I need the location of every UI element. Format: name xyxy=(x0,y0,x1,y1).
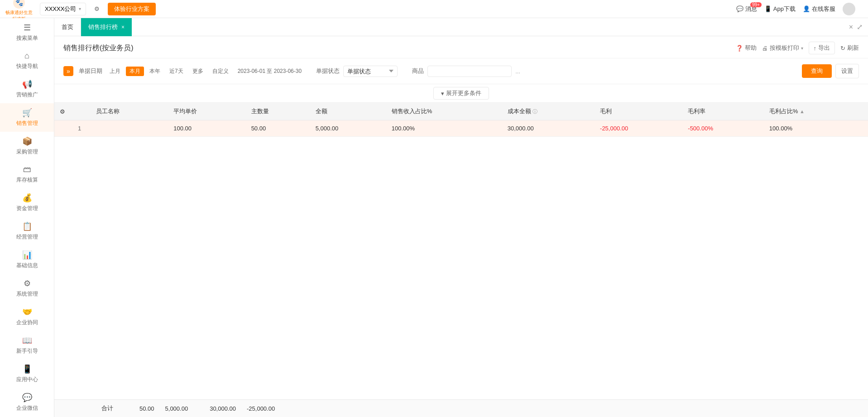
topbar-settings-icon[interactable]: ⚙ xyxy=(91,3,103,15)
home-icon: ⌂ xyxy=(24,51,29,61)
user-avatar[interactable] xyxy=(843,3,855,15)
date-option-custom[interactable]: 自定义 xyxy=(209,67,232,76)
col-quantity: 主数量 xyxy=(246,103,310,120)
table-wrapper[interactable]: ⚙ 员工名称 平均单价 主数量 全额 销售收入占比% 成本全额 ⓘ 毛利 xyxy=(54,103,868,399)
row-employee xyxy=(91,120,168,137)
sidebar-item-app-center[interactable]: 📱 应用中心 xyxy=(0,359,54,388)
main-area: ☰ 搜索菜单 ⌂ 快捷导航 📢 营销推广 🛒 销售管理 📦 采购管理 xyxy=(0,18,868,417)
query-button[interactable]: 查询 xyxy=(802,64,832,78)
sidebar-item-finance[interactable]: 💰 资金管理 xyxy=(0,188,54,217)
help-label: 帮助 xyxy=(745,44,757,52)
print-button[interactable]: 🖨 按模板打印 xyxy=(762,44,803,52)
refresh-label: 刷新 xyxy=(847,44,859,52)
date-option-this-year[interactable]: 本年 xyxy=(146,67,164,76)
sidebar-item-purchase[interactable]: 📦 采购管理 xyxy=(0,132,54,160)
search-menu-icon: ☰ xyxy=(24,23,31,33)
sidebar-item-operations[interactable]: 📋 经营管理 xyxy=(0,217,54,245)
date-label: 单据日期 xyxy=(79,67,102,75)
status-filter-group: 单据状态 单据状态 xyxy=(316,66,398,77)
sidebar-item-inventory-label: 库存核算 xyxy=(16,176,38,184)
main-content: 销售排行榜(按业务员) ❓ 帮助 🖨 按模板打印 xyxy=(54,36,868,417)
date-option-last-month[interactable]: 上月 xyxy=(106,67,124,76)
date-option-7days[interactable]: 近7天 xyxy=(166,67,187,76)
col-avg-price: 平均单价 xyxy=(168,103,245,120)
sidebar-item-system[interactable]: ⚙ 系统管理 xyxy=(0,274,54,302)
row-settings xyxy=(54,120,72,137)
page-title: 销售排行榜(按业务员) xyxy=(63,43,134,53)
tab-window-close-icon[interactable]: × xyxy=(849,23,853,31)
filter-expand-button[interactable]: » xyxy=(63,66,73,76)
goods-input[interactable] xyxy=(427,66,512,77)
export-button[interactable]: ↑ 导出 xyxy=(809,42,835,54)
page-header: 销售排行榜(按业务员) ❓ 帮助 🖨 按模板打印 xyxy=(54,36,868,58)
table-footer: 合计 50.00 5,000.00 30,000.00 -25,000.00 xyxy=(54,399,868,417)
more-filters-icon[interactable]: ... xyxy=(515,68,520,75)
sidebar-item-enterprise[interactable]: 🤝 企业协同 xyxy=(0,302,54,331)
wechat-icon: 💬 xyxy=(22,393,32,403)
tab-window-expand-icon[interactable]: ⤢ xyxy=(857,23,863,31)
marketing-icon: 📢 xyxy=(22,79,32,89)
online-service-button[interactable]: 👤 在线客服 xyxy=(803,5,835,13)
sidebar-item-system-label: 系统管理 xyxy=(16,290,38,298)
date-option-this-month[interactable]: 本月 xyxy=(126,67,144,76)
table-body: 1 100.00 50.00 5,000.00 100.00% 30,000.0… xyxy=(54,120,868,137)
tab-bar-right: × ⤢ xyxy=(849,23,868,31)
app-download-button[interactable]: 📱 App下载 xyxy=(764,5,796,13)
sidebar-item-search-label: 搜索菜单 xyxy=(16,34,38,42)
help-button[interactable]: ❓ 帮助 xyxy=(736,44,757,52)
expand-chevron-icon: ▾ xyxy=(441,90,444,97)
table-row: 1 100.00 50.00 5,000.00 100.00% 30,000.0… xyxy=(54,120,868,137)
col-sales-pct: 销售收入占比% xyxy=(386,103,502,120)
sidebar: ☰ 搜索菜单 ⌂ 快捷导航 📢 营销推广 🛒 销售管理 📦 采购管理 xyxy=(0,18,54,417)
expand-more-row: ▾ 展开更多条件 xyxy=(54,84,868,103)
help-icon: ❓ xyxy=(736,45,743,52)
filter-settings-button[interactable]: 设置 xyxy=(835,64,859,78)
sales-icon: 🛒 xyxy=(22,108,32,118)
app-download-icon: 📱 xyxy=(764,5,772,12)
app-center-icon: 📱 xyxy=(22,364,32,374)
company-name: XXXXX公司 xyxy=(45,5,76,13)
col-employee: 员工名称 xyxy=(91,103,168,120)
sidebar-item-inventory[interactable]: 🗃 库存核算 xyxy=(0,160,54,188)
svg-text:🐾: 🐾 xyxy=(15,0,24,7)
system-icon: ⚙ xyxy=(24,278,31,288)
purchase-icon: 📦 xyxy=(22,136,32,146)
export-label: 导出 xyxy=(818,44,830,52)
col-cost: 成本全额 ⓘ xyxy=(502,103,595,120)
sidebar-item-basic-info[interactable]: 📊 基础信息 xyxy=(0,245,54,274)
footer-label: 合计 xyxy=(96,404,123,412)
status-select[interactable]: 单据状态 xyxy=(343,66,398,77)
tab-home[interactable]: 首页 xyxy=(54,18,81,36)
page-inner: 销售排行榜(按业务员) ❓ 帮助 🖨 按模板打印 xyxy=(54,36,868,417)
company-chevron-icon xyxy=(79,6,81,11)
sidebar-item-operations-label: 经营管理 xyxy=(16,233,38,241)
refresh-button[interactable]: ↻ 刷新 xyxy=(840,44,859,52)
tab-close-icon[interactable]: × xyxy=(121,24,125,30)
message-button[interactable]: 💬 消息 99+ xyxy=(736,5,757,13)
sidebar-item-guide[interactable]: 📖 新手引导 xyxy=(0,331,54,359)
company-selector[interactable]: XXXXX公司 xyxy=(40,3,86,15)
col-settings: ⚙ xyxy=(54,103,72,120)
row-gross-pct: 100.00% xyxy=(764,120,868,137)
page-header-actions: ❓ 帮助 🖨 按模板打印 ↑ 导出 xyxy=(736,42,859,54)
sidebar-item-basic-info-label: 基础信息 xyxy=(16,262,38,269)
expand-more-button[interactable]: ▾ 展开更多条件 xyxy=(433,87,489,100)
filter-right: 查询 设置 xyxy=(802,64,859,78)
trial-button[interactable]: 体验行业方案 xyxy=(108,3,156,15)
sidebar-item-wechat[interactable]: 💬 企业微信 xyxy=(0,388,54,417)
col-gross-pct: 毛利占比% ▲ xyxy=(764,103,868,120)
date-options: 上月 本月 本年 近7天 更多 自定义 xyxy=(106,67,232,76)
finance-icon: 💰 xyxy=(22,193,32,203)
footer-quantity: 50.00 xyxy=(134,405,160,412)
sidebar-item-sales[interactable]: 🛒 销售管理 xyxy=(0,103,54,132)
message-icon: 💬 xyxy=(736,5,743,12)
sidebar-item-search[interactable]: ☰ 搜索菜单 xyxy=(0,18,54,47)
tab-sales-ranking[interactable]: 销售排行榜 × xyxy=(81,18,132,36)
expand-more-label: 展开更多条件 xyxy=(446,89,481,97)
row-rank: 1 xyxy=(72,120,91,137)
sidebar-item-quick-nav[interactable]: ⌂ 快捷导航 xyxy=(0,47,54,75)
date-option-more[interactable]: 更多 xyxy=(189,67,207,76)
sidebar-item-marketing[interactable]: 📢 营销推广 xyxy=(0,75,54,103)
sidebar-item-enterprise-label: 企业协同 xyxy=(16,319,38,326)
filter-bar: » 单据日期 上月 本月 本年 近7天 更多 自定义 2023- xyxy=(54,58,868,84)
